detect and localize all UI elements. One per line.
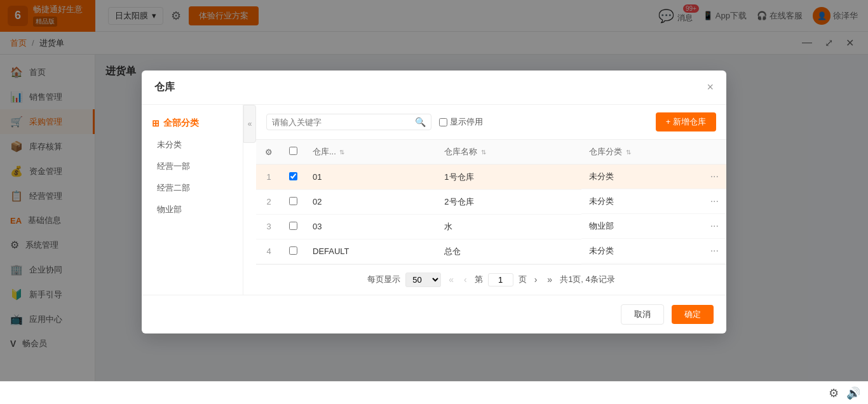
row-category: 未分类···: [581, 165, 726, 189]
row-num: 4: [256, 239, 281, 264]
category-item-ops2[interactable]: 经营二部: [142, 177, 243, 199]
row-checkbox[interactable]: [281, 165, 305, 190]
total-info: 共1页, 4条记录: [560, 274, 615, 285]
right-panel: 🔍 显示停用 + 新增仓库 ⚙: [256, 105, 726, 295]
all-categories-label: 全部分类: [163, 118, 199, 129]
pagination: 每页显示 50 100 « ‹ 第 页 › » 共1页, 4条记录: [256, 264, 726, 295]
cancel-btn[interactable]: 取消: [621, 304, 664, 325]
page-input[interactable]: [488, 273, 513, 286]
warehouse-table: ⚙ 仓库... ⇅ 仓库名称 ⇅: [256, 140, 726, 264]
modal-body: ⊞ 全部分类 未分类 经营一部 经营二部 物业部 « 🔍: [142, 105, 726, 295]
row-code: 02: [305, 189, 437, 214]
row-category: 未分类···: [581, 239, 726, 264]
show-disabled-text: 显示停用: [450, 116, 483, 128]
category-item-unclassified[interactable]: 未分类: [142, 134, 243, 156]
row-more-btn[interactable]: ···: [710, 171, 719, 182]
col-category-label: 仓库分类: [589, 147, 622, 156]
right-panel-toolbar: 🔍 显示停用 + 新增仓库: [256, 105, 726, 140]
new-warehouse-btn[interactable]: + 新增仓库: [656, 112, 716, 131]
grid-icon: ⊞: [152, 118, 159, 128]
row-name: 水: [437, 214, 581, 239]
table-row[interactable]: 2 02 2号仓库 未分类···: [256, 189, 726, 214]
page-size-select[interactable]: 50 100: [405, 273, 441, 287]
sort-code-icon[interactable]: ⇅: [339, 149, 344, 156]
modal-overlay: 仓库 × ⊞ 全部分类 未分类 经营一部 经营二部 物业部 «: [0, 0, 868, 404]
col-code-label: 仓库...: [313, 147, 336, 156]
row-code: 03: [305, 214, 437, 239]
row-num: 1: [256, 165, 281, 190]
col-header-name: 仓库名称 ⇅: [437, 140, 581, 165]
table-row[interactable]: 3 03 水 物业部···: [256, 214, 726, 239]
row-category: 物业部···: [581, 214, 726, 239]
col-name-label: 仓库名称: [444, 147, 477, 156]
warehouse-table-container: ⚙ 仓库... ⇅ 仓库名称 ⇅: [256, 140, 726, 264]
table-body: 1 01 1号仓库 未分类··· 2 02 2号仓库 未分类··· 3 03 水…: [256, 165, 726, 264]
row-more-btn[interactable]: ···: [710, 220, 719, 232]
col-header-code: 仓库... ⇅: [305, 140, 437, 165]
category-item-ops1[interactable]: 经营一部: [142, 156, 243, 177]
row-code: 01: [305, 165, 437, 190]
sort-name-icon[interactable]: ⇅: [481, 149, 486, 156]
search-icon: 🔍: [415, 117, 426, 127]
table-row[interactable]: 4 DEFAULT 总仓 未分类···: [256, 239, 726, 264]
go-to-label: 第: [475, 274, 483, 285]
col-header-settings[interactable]: ⚙: [256, 140, 281, 165]
all-categories-btn[interactable]: ⊞ 全部分类: [142, 112, 243, 134]
row-name: 2号仓库: [437, 189, 581, 214]
search-input[interactable]: [272, 118, 415, 127]
bottom-bar: ⚙ 🔊: [0, 381, 868, 404]
page-label: 页: [519, 274, 527, 285]
modal-close-btn[interactable]: ×: [707, 81, 714, 94]
select-all-checkbox[interactable]: [289, 147, 297, 155]
search-box: 🔍: [266, 114, 431, 130]
row-code: DEFAULT: [305, 239, 437, 264]
row-more-btn[interactable]: ···: [710, 196, 719, 207]
settings-bottom-icon[interactable]: ⚙: [829, 386, 839, 400]
col-header-checkbox[interactable]: [281, 140, 305, 165]
table-header-row: ⚙ 仓库... ⇅ 仓库名称 ⇅: [256, 140, 726, 165]
row-checkbox[interactable]: [281, 214, 305, 239]
page-size-dropdown[interactable]: 50 100: [405, 273, 441, 287]
table-row[interactable]: 1 01 1号仓库 未分类···: [256, 165, 726, 190]
next-page-btn[interactable]: ›: [532, 273, 540, 286]
modal-footer: 取消 确定: [142, 295, 726, 333]
per-page-label: 每页显示: [367, 274, 400, 285]
first-page-btn[interactable]: «: [446, 273, 456, 286]
sort-category-icon[interactable]: ⇅: [626, 149, 631, 156]
category-item-property[interactable]: 物业部: [142, 199, 243, 220]
modal-title: 仓库: [154, 81, 175, 94]
row-checkbox[interactable]: [281, 189, 305, 214]
confirm-btn[interactable]: 确定: [672, 305, 714, 324]
show-disabled-label[interactable]: 显示停用: [439, 116, 483, 128]
left-panel: ⊞ 全部分类 未分类 经营一部 经营二部 物业部: [142, 105, 243, 295]
row-name: 1号仓库: [437, 165, 581, 190]
warehouse-modal: 仓库 × ⊞ 全部分类 未分类 经营一部 经营二部 物业部 «: [142, 71, 726, 333]
row-more-btn[interactable]: ···: [710, 245, 719, 257]
row-name: 总仓: [437, 239, 581, 264]
modal-header: 仓库 ×: [142, 71, 726, 105]
row-num: 3: [256, 214, 281, 239]
row-checkbox[interactable]: [281, 239, 305, 264]
last-page-btn[interactable]: »: [545, 273, 555, 286]
prev-page-btn[interactable]: ‹: [461, 273, 470, 286]
row-num: 2: [256, 189, 281, 214]
row-category: 未分类···: [581, 189, 726, 214]
volume-icon[interactable]: 🔊: [846, 386, 860, 400]
collapse-panel-btn[interactable]: «: [243, 105, 256, 143]
col-header-category: 仓库分类 ⇅: [581, 140, 726, 165]
show-disabled-checkbox[interactable]: [439, 118, 447, 126]
